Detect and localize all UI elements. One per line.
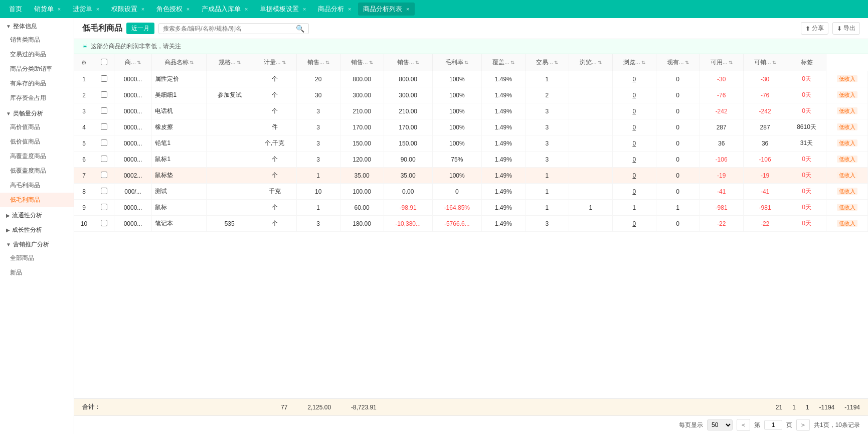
sidebar-item-sales-goods[interactable]: 销售类商品 (0, 33, 74, 47)
cell-checkbox[interactable] (94, 152, 114, 168)
sidebar-item-stock-goods[interactable]: 有库存的商品 (0, 76, 74, 91)
nav-analysis[interactable]: 商品分析 × (313, 3, 356, 16)
col-coverage[interactable]: 覆盖...⇅ (481, 54, 525, 71)
cell-browse1[interactable]: 0 (612, 103, 656, 119)
col-unit[interactable]: 计量...⇅ (253, 54, 296, 71)
col-browse2[interactable]: 浏览...⇅ (612, 54, 656, 71)
col-name[interactable]: 商品名称⇅ (152, 54, 206, 71)
nav-purchase[interactable]: 进货单 × (68, 3, 104, 16)
sidebar-item-high-gross[interactable]: 高毛利商品 (0, 178, 74, 193)
col-code[interactable]: 商...⇅ (114, 54, 152, 71)
cell-browse1[interactable]: 0 (612, 152, 656, 168)
col-price[interactable]: 销售...⇅ (340, 54, 384, 71)
export-button[interactable]: ⬇ 导出 (832, 22, 860, 35)
sidebar-item-low-value[interactable]: 低价值商品 (0, 134, 74, 149)
sidebar-section-overview[interactable]: ▼ 整体信息 (0, 18, 74, 33)
col-stock[interactable]: 现有...⇅ (656, 54, 700, 71)
select-all-checkbox[interactable] (101, 59, 107, 65)
cell-checkbox[interactable] (94, 71, 114, 87)
nav-sales[interactable]: 销货单 × (29, 3, 66, 16)
col-gross-rate[interactable]: 毛利率⇅ (432, 54, 481, 71)
footer-stock: -1194 (819, 404, 835, 411)
nav-permissions[interactable]: 权限设置 × (106, 3, 149, 16)
nav-home[interactable]: 首页 (4, 3, 27, 16)
row-checkbox[interactable] (101, 75, 107, 82)
cell-amount: 170.00 (384, 119, 432, 135)
cell-checkbox[interactable] (94, 135, 114, 152)
filter-recent-month-btn[interactable]: 近一月 (126, 23, 154, 34)
cell-checkbox[interactable] (94, 87, 114, 103)
cell-checkbox[interactable] (94, 184, 114, 200)
nav-close-analysis[interactable]: × (348, 6, 351, 12)
cell-browse1[interactable]: 0 (612, 216, 656, 232)
col-browse1[interactable]: 浏览...⇅ (569, 54, 612, 71)
col-saleable[interactable]: 可销...⇅ (743, 54, 787, 71)
col-checkbox-all[interactable] (94, 54, 114, 71)
cell-gross: 1.49% (481, 71, 525, 87)
sidebar-item-stock-capital[interactable]: 库存资金占用 (0, 91, 74, 105)
cell-spec: 535 (206, 216, 253, 232)
cell-browse1[interactable]: 0 (612, 184, 656, 200)
sidebar-item-low-coverage[interactable]: 低覆盖度商品 (0, 164, 74, 178)
cell-available: -106 (743, 152, 787, 168)
per-page-select[interactable]: 50 100 200 (707, 419, 733, 430)
nav-close-purchase[interactable]: × (96, 6, 99, 12)
nav-close-roles[interactable]: × (187, 6, 190, 12)
col-amount[interactable]: 销售...⇅ (384, 54, 432, 71)
cell-browse1[interactable]: 0 (612, 168, 656, 184)
nav-roles[interactable]: 角色授权 × (151, 3, 195, 16)
cell-browse1[interactable]: 0 (612, 87, 656, 103)
cell-browse1[interactable]: 0 (612, 135, 656, 152)
row-checkbox[interactable] (101, 188, 107, 194)
row-checkbox[interactable] (101, 156, 107, 162)
row-checkbox[interactable] (101, 204, 107, 210)
sidebar-item-low-gross[interactable]: 低毛利商品 (0, 193, 74, 207)
prev-page-btn[interactable]: ＜ (737, 419, 750, 431)
nav-product-stock[interactable]: 产成品入库单 × (197, 3, 253, 16)
sidebar-item-new-goods[interactable]: 新品 (0, 265, 74, 280)
cell-checkbox[interactable] (94, 200, 114, 216)
nav-close-template[interactable]: × (303, 6, 306, 12)
cell-unit: 个 (253, 103, 296, 119)
search-input[interactable] (163, 25, 296, 32)
row-checkbox[interactable] (101, 220, 107, 226)
nav-close-product-stock[interactable]: × (245, 6, 248, 12)
nav-analysis-list[interactable]: 商品分析列表 × (358, 3, 414, 16)
sidebar-section-marketing-analysis[interactable]: ▼ 营销推广分析 (0, 236, 74, 251)
nav-template[interactable]: 单据模板设置 × (255, 3, 311, 16)
row-checkbox[interactable] (101, 123, 107, 130)
sidebar-item-high-value[interactable]: 高价值商品 (0, 120, 74, 134)
row-checkbox[interactable] (101, 139, 107, 146)
cell-checkbox[interactable] (94, 119, 114, 135)
page-input[interactable] (764, 420, 782, 430)
cell-trade (569, 168, 612, 184)
sidebar-section-growth-analysis[interactable]: ▶ 成长性分析 (0, 222, 74, 236)
sidebar-item-high-coverage[interactable]: 高覆盖度商品 (0, 149, 74, 164)
nav-close-permissions[interactable]: × (141, 6, 144, 12)
cell-coverage: 1 (525, 71, 569, 87)
sidebar-section-flow-analysis[interactable]: ▶ 流通性分析 (0, 207, 74, 222)
sidebar-item-category-rate[interactable]: 商品分类助销率 (0, 62, 74, 76)
nav-close-analysis-list[interactable]: × (406, 6, 409, 12)
col-trade[interactable]: 交易...⇅ (525, 54, 569, 71)
row-checkbox[interactable] (101, 107, 107, 114)
cell-checkbox[interactable] (94, 216, 114, 232)
cell-checkbox[interactable] (94, 168, 114, 184)
share-button[interactable]: ⬆ 分享 (801, 22, 828, 35)
col-qty[interactable]: 销售...⇅ (296, 54, 340, 71)
nav-close-sales[interactable]: × (58, 6, 61, 12)
pagination-bar: 每页显示 50 100 200 ＜ 第 页 ＞ 共1页，10条记录 (74, 415, 868, 434)
sidebar-section-type-analysis[interactable]: ▼ 类畅量分析 (0, 105, 74, 120)
next-page-btn[interactable]: ＞ (796, 419, 810, 431)
sidebar-item-traded-goods[interactable]: 交易过的商品 (0, 47, 74, 62)
sidebar-item-all-goods[interactable]: 全部商品 (0, 251, 74, 265)
col-settings[interactable]: ⚙ (74, 54, 94, 71)
col-spec[interactable]: 规格...⇅ (206, 54, 253, 71)
col-available[interactable]: 可用...⇅ (700, 54, 743, 71)
cell-browse1[interactable]: 0 (612, 71, 656, 87)
row-checkbox[interactable] (101, 91, 107, 98)
cell-checkbox[interactable] (94, 103, 114, 119)
cell-stock: -41 (700, 184, 743, 200)
row-checkbox[interactable] (101, 172, 107, 178)
cell-browse1[interactable]: 0 (612, 119, 656, 135)
